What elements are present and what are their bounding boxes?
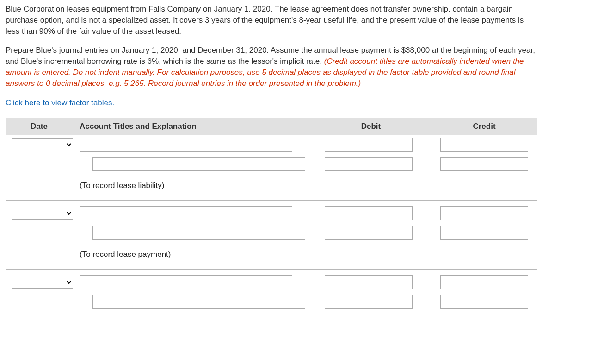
account-title-input[interactable]: [92, 226, 305, 240]
journal-entry-group: [6, 273, 537, 316]
date-select[interactable]: [12, 207, 73, 220]
entry-explanation: (To record lease liability): [80, 176, 320, 193]
account-title-input[interactable]: [92, 157, 305, 171]
header-account: Account Titles and Explanation: [80, 121, 320, 132]
debit-input[interactable]: [325, 275, 413, 289]
header-debit: Debit: [320, 121, 422, 132]
account-title-input[interactable]: [80, 138, 292, 152]
debit-input[interactable]: [325, 226, 413, 240]
problem-paragraph-2: Prepare Blue's journal entries on Januar…: [6, 45, 537, 89]
credit-input[interactable]: [440, 295, 528, 309]
date-select[interactable]: [12, 276, 73, 289]
journal-entry-group: (To record lease liability): [6, 135, 537, 201]
journal-entry-table: Date Account Titles and Explanation Debi…: [6, 118, 537, 316]
credit-input[interactable]: [440, 206, 528, 220]
account-title-input[interactable]: [80, 275, 292, 289]
table-header-row: Date Account Titles and Explanation Debi…: [6, 118, 537, 135]
header-date: Date: [6, 121, 80, 132]
date-select[interactable]: [12, 138, 73, 151]
credit-input[interactable]: [440, 226, 528, 240]
debit-input[interactable]: [325, 138, 413, 152]
journal-entry-group: (To record lease payment): [6, 204, 537, 270]
credit-input[interactable]: [440, 157, 528, 171]
debit-input[interactable]: [325, 295, 413, 309]
debit-input[interactable]: [325, 157, 413, 171]
credit-input[interactable]: [440, 275, 528, 289]
account-title-input[interactable]: [80, 206, 292, 220]
account-title-input[interactable]: [92, 295, 305, 309]
credit-input[interactable]: [440, 138, 528, 152]
debit-input[interactable]: [325, 206, 413, 220]
problem-paragraph-1: Blue Corporation leases equipment from F…: [6, 4, 537, 36]
header-credit: Credit: [422, 121, 528, 132]
entry-explanation: (To record lease payment): [80, 245, 320, 262]
factor-tables-link[interactable]: Click here to view factor tables.: [6, 98, 114, 107]
